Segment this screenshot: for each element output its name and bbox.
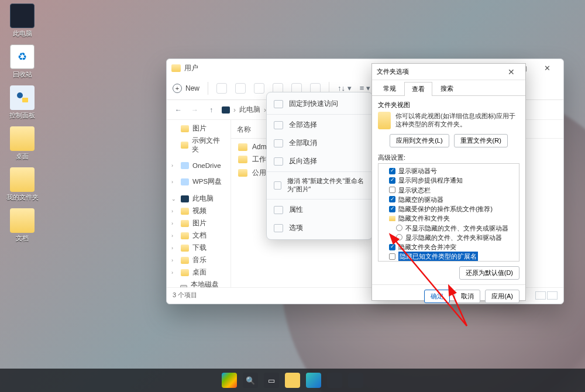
sidebar-item-pictures[interactable]: 图片 (167, 122, 230, 135)
file-name: 公用 (252, 168, 266, 178)
folder-icon (10, 167, 35, 192)
ctx-options[interactable]: 选项 (267, 219, 372, 237)
taskbar-explorer-icon[interactable] (285, 373, 300, 388)
checkbox-icon: ✓ (389, 177, 395, 184)
taskbar-search-icon[interactable]: 🔍 (243, 373, 258, 388)
advanced-settings-list[interactable]: ✓显示驱动器号 ✓显示同步提供程序通知 显示状态栏 ✓隐藏空的驱动器 ✓隐藏受保… (378, 163, 519, 262)
ctx-label: 固定到快速访问 (289, 99, 338, 109)
new-button[interactable]: + New (173, 84, 199, 93)
adv-hide-merge-conflicts[interactable]: ✓隐藏文件夹合并冲突 (382, 242, 515, 252)
desktop-icon-this-pc[interactable]: 此电脑 (5, 4, 40, 42)
invert-selection-icon (274, 157, 283, 166)
pc-icon (10, 4, 35, 28)
apply-button[interactable]: 应用(A) (485, 290, 519, 303)
adv-dont-show-hidden[interactable]: 不显示隐藏的文件、文件夹或驱动器 (382, 223, 515, 233)
ctx-undo[interactable]: 撤消 将"新建文件夹"重命名为"图片" (267, 173, 372, 198)
tab-view[interactable]: 查看 (404, 82, 432, 96)
folder-icon (238, 143, 247, 151)
separator (267, 114, 372, 115)
ok-button[interactable]: 确定 (424, 290, 450, 303)
taskbar[interactable]: 🔍 ▭ (0, 369, 585, 392)
folder-icon (10, 208, 35, 233)
desktop-icon-folder[interactable]: 我的文件夹 (5, 167, 40, 206)
dialog-body: 文件夹视图 你可以将此视图(如详细信息或图标)应用于这种类型的所有文件夹。 应用… (372, 96, 525, 284)
svg-point-0 (17, 92, 23, 98)
taskbar-app-icon[interactable] (348, 373, 363, 388)
taskbar-app-icon[interactable] (327, 373, 342, 388)
checkbox-icon: ✓ (389, 244, 395, 250)
sidebar-item-pictures[interactable]: ›图片 (167, 217, 230, 229)
sidebar-item-wps[interactable]: ›WPS网盘 (167, 176, 230, 188)
ctx-select-all[interactable]: 全部选择 (267, 116, 372, 134)
adv-text: 显示驱动器号 (398, 166, 437, 176)
reset-folders-button[interactable]: 重置文件夹(R) (454, 134, 508, 147)
context-menu: 固定到快速访问 全部选择 全部取消 反向选择 撤消 将"新建文件夹"重命名为"图… (266, 92, 373, 240)
sidebar-item-downloads[interactable]: ›下载 (167, 242, 230, 254)
taskbar-task-view-icon[interactable]: ▭ (264, 373, 279, 388)
ctx-label: 反向选择 (289, 156, 317, 166)
cut-icon[interactable] (216, 83, 227, 94)
ctx-pin-quick-access[interactable]: 固定到快速访问 (267, 95, 372, 113)
adv-text: 隐藏文件夹合并冲突 (398, 242, 456, 252)
adv-hide-empty-drives[interactable]: ✓隐藏空的驱动器 (382, 195, 515, 204)
desktop-icon-control-panel[interactable]: 控制面板 (5, 85, 40, 124)
adv-hidden-files-folder-group[interactable]: 隐藏文件和文件夹 (382, 214, 515, 223)
start-button[interactable] (222, 373, 237, 388)
ctx-label: 撤消 将"新建文件夹"重命名为"图片" (287, 177, 365, 194)
view-grid-button[interactable] (547, 291, 558, 300)
checkbox-icon: ✓ (389, 196, 395, 202)
sidebar-item-music[interactable]: ›音乐 (167, 254, 230, 266)
sidebar-item-this-pc[interactable]: ⌄此电脑 (167, 192, 230, 205)
desktop-icon-folder[interactable]: 文档 (5, 208, 40, 247)
sidebar-item-drive-c[interactable]: ›本地磁盘 (C:) (167, 278, 230, 287)
adv-text: 显示隐藏的文件、文件夹和驱动器 (405, 233, 502, 242)
sidebar-item-onedrive[interactable]: ›OneDrive (167, 160, 230, 171)
chevron-right-icon: › (233, 106, 236, 114)
tab-search[interactable]: 搜索 (433, 81, 461, 95)
close-button[interactable]: ✕ (502, 67, 521, 77)
adv-text: 隐藏文件和文件夹 (398, 214, 450, 223)
dialog-title-bar[interactable]: 文件夹选项 ✕ (372, 64, 525, 80)
restore-defaults-button[interactable]: 还原为默认值(D) (459, 266, 519, 280)
adv-show-hidden[interactable]: 显示隐藏的文件、文件夹和驱动器 (382, 233, 515, 242)
view-list-button[interactable] (535, 291, 546, 300)
up-button[interactable]: ↑ (205, 106, 217, 114)
adv-show-drive-letters[interactable]: ✓显示驱动器号 (382, 166, 515, 176)
sidebar-item-label: 本地磁盘 (C:) (191, 280, 226, 287)
control-panel-icon (10, 85, 35, 110)
folder-view-heading: 文件夹视图 (378, 101, 519, 109)
adv-hide-extensions[interactable]: 隐藏已知文件类型的扩展名 (382, 252, 515, 261)
ctx-properties[interactable]: 属性 (267, 201, 372, 219)
sidebar-item-label: 图片 (192, 124, 207, 133)
cancel-button[interactable]: 取消 (455, 290, 480, 303)
adv-show-status-bar[interactable]: 显示状态栏 (382, 185, 515, 195)
copy-icon[interactable] (235, 83, 246, 94)
adv-show-sync-provider[interactable]: ✓显示同步提供程序通知 (382, 176, 515, 185)
taskbar-edge-icon[interactable] (306, 373, 321, 388)
view-button[interactable]: ≡ ▾ (360, 84, 370, 92)
desktop-icon-recycle-bin[interactable]: ♻ 回收站 (5, 44, 40, 83)
sidebar-item-documents[interactable]: ›文档 (167, 229, 230, 242)
ctx-select-none[interactable]: 全部取消 (267, 134, 372, 152)
folder-icon (378, 112, 391, 129)
tab-general[interactable]: 常规 (376, 81, 404, 95)
paste-icon[interactable] (254, 83, 264, 94)
ctx-invert-selection[interactable]: 反向选择 (267, 152, 372, 170)
ctx-label: 全部选择 (289, 120, 317, 130)
checkbox-icon (389, 187, 395, 193)
forward-button[interactable]: → (189, 106, 201, 114)
window-title: 用户 (184, 63, 198, 73)
folder-view-desc: 你可以将此视图(如详细信息或图标)应用于这种类型的所有文件夹。 (395, 112, 519, 129)
desktop-icon-folder[interactable]: 桌面 (5, 126, 40, 165)
back-button[interactable]: ← (173, 106, 184, 114)
select-all-icon (274, 121, 283, 129)
sidebar-item-desktop[interactable]: ›桌面 (167, 266, 230, 278)
sidebar-item-videos[interactable]: ›视频 (167, 205, 230, 217)
close-button[interactable]: ✕ (535, 60, 559, 76)
sidebar-item-sample-folder[interactable]: 示例文件夹 (167, 135, 230, 156)
sort-button[interactable]: ↑↓ ▾ (338, 84, 352, 92)
breadcrumb-item[interactable]: 此电脑 (239, 105, 260, 115)
adv-hide-protected-os-files[interactable]: ✓隐藏受保护的操作系统文件(推荐) (382, 204, 515, 214)
adv-text: 隐藏空的驱动器 (398, 195, 443, 204)
apply-to-folders-button[interactable]: 应用到文件夹(L) (390, 134, 449, 147)
